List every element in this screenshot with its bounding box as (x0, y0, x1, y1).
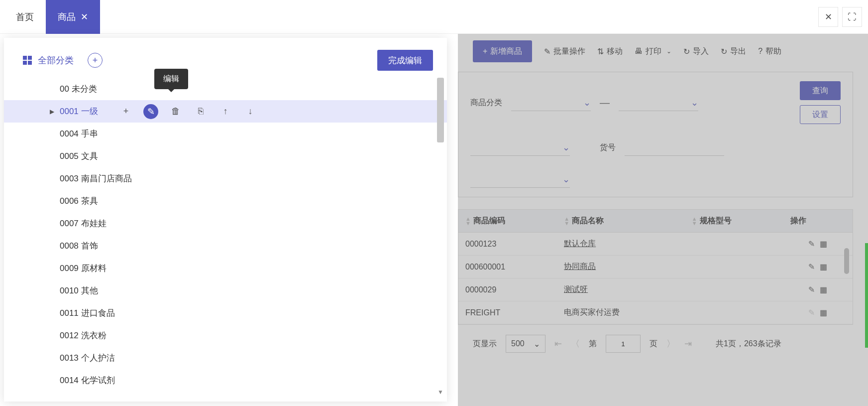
category-item[interactable]: 0013 个人护洁 (4, 347, 447, 369)
cell-spec (685, 278, 783, 301)
print-button[interactable]: 🖶打印⌄ (635, 46, 671, 57)
tab-products-label: 商品 (58, 11, 76, 23)
cell-spec (685, 301, 783, 324)
filter-unknown1: ⌄ (470, 139, 570, 156)
prev-page-button[interactable]: 〈 (571, 338, 580, 350)
product-name-link[interactable]: 协同商品 (564, 262, 596, 271)
tab-home[interactable]: 首页 (4, 0, 46, 34)
expand-icon[interactable]: ▶ (50, 108, 54, 115)
close-button[interactable]: ✕ (818, 7, 838, 27)
col-spec[interactable]: ▲▼规格型号 (685, 210, 783, 233)
category-item[interactable]: 0010 其他 (4, 279, 447, 302)
category-label: 0006 茶具 (60, 195, 98, 207)
category-item[interactable]: 0003 南昌门店商品 (4, 167, 447, 190)
table-row[interactable]: 000600001协同商品✎▦ (458, 256, 853, 278)
table-row[interactable]: 0000123默认仓库✎▦ (458, 233, 853, 256)
category-select[interactable]: ⌄ (511, 94, 591, 111)
import-button[interactable]: ↻导入 (683, 46, 709, 57)
move-down-icon[interactable]: ↓ (243, 104, 258, 119)
row-edit-icon[interactable]: ✎ (808, 285, 815, 294)
sort-icon: ▲▼ (692, 217, 697, 226)
category-item[interactable]: 0009 原材料 (4, 257, 447, 279)
category-item[interactable]: 0006 茶具 (4, 190, 447, 212)
add-category-button[interactable]: + (88, 53, 103, 68)
cell-spec (685, 233, 783, 256)
row-edit-icon: ✎ (808, 308, 815, 317)
category-label: 0004 手串 (60, 128, 98, 139)
query-button[interactable]: 查询 (800, 81, 841, 100)
product-name-link[interactable]: 默认仓库 (564, 239, 596, 248)
move-up-icon[interactable]: ↑ (218, 104, 233, 119)
table-row[interactable]: 0000029测试呀✎▦ (458, 278, 853, 301)
export-label: 导出 (730, 46, 746, 57)
table-scroll-thumb[interactable] (844, 248, 849, 274)
complete-edit-button[interactable]: 完成编辑 (377, 50, 433, 71)
help-button[interactable]: ?帮助 (758, 46, 781, 57)
huohao-input[interactable] (625, 139, 724, 156)
select-1[interactable]: ⌄ (470, 139, 570, 156)
category-label: 0005 文具 (60, 150, 98, 162)
tab-products[interactable]: 商品 ✕ (46, 0, 100, 34)
cell-code: 000600001 (458, 256, 557, 278)
close-icon[interactable]: ✕ (81, 11, 88, 22)
add-child-icon[interactable]: + (118, 104, 133, 119)
category-label: 0009 原材料 (60, 263, 107, 274)
row-more-icon[interactable]: ▦ (820, 240, 827, 248)
tab-home-label: 首页 (16, 11, 34, 23)
category-item[interactable]: 0014 化学试剂 (4, 369, 447, 392)
pagination: 页显示 500⌄ ⇤ 〈 第 页 〉 ⇥ 共1页，263条记录 (458, 325, 868, 363)
filter-category: 商品分类 ⌄ — ⌄ (470, 94, 698, 111)
fullscreen-button[interactable]: ⛶ (842, 7, 862, 27)
category-item[interactable]: 00 未分类 (4, 78, 447, 100)
select-2[interactable]: ⌄ (470, 171, 570, 188)
category-label: 0013 个人护洁 (60, 352, 115, 364)
product-name-link[interactable]: 测试呀 (564, 285, 588, 293)
category-tree: 00 未分类▶0001 一级+✎🗑⎘↑↓0004 手串0005 文具0003 南… (4, 78, 447, 397)
product-table: ▲▼商品编码 ▲▼商品名称 ▲▼规格型号 操作 0000123默认仓库✎▦000… (458, 209, 853, 325)
col-name[interactable]: ▲▼商品名称 (557, 210, 685, 233)
category-item[interactable]: 0004 手串 (4, 123, 447, 145)
per-page-label: 页显示 (473, 339, 497, 349)
category-item[interactable]: 0012 洗衣粉 (4, 324, 447, 347)
table-row[interactable]: FREIGHT电商买家付运费✎▦ (458, 301, 853, 324)
filter-unknown2: ⌄ (470, 171, 841, 188)
window-actions: ✕ ⛶ (818, 7, 862, 27)
first-page-button[interactable]: ⇤ (554, 338, 562, 349)
filter-panel: 商品分类 ⌄ — ⌄ 查询 设置 ⌄ 货号 ⌄ (458, 72, 853, 197)
row-more-icon[interactable]: ▦ (820, 263, 827, 271)
page-size-select[interactable]: 500⌄ (506, 335, 545, 353)
next-page-button[interactable]: 〉 (666, 338, 675, 350)
panel-title[interactable]: 全部分类 (38, 54, 74, 66)
row-edit-icon[interactable]: ✎ (808, 240, 815, 248)
col-code[interactable]: ▲▼商品编码 (458, 210, 557, 233)
category-item[interactable]: 0011 进口食品 (4, 302, 447, 324)
print-icon: 🖶 (635, 47, 643, 56)
row-edit-icon[interactable]: ✎ (808, 263, 815, 271)
add-product-button[interactable]: +新增商品 (473, 40, 532, 62)
category-select-2[interactable]: ⌄ (619, 94, 698, 111)
scrollbar[interactable]: ▼ (437, 78, 444, 397)
chevron-down-icon: ⌄ (534, 339, 540, 349)
plus-icon: + (483, 47, 487, 56)
export-button[interactable]: ↻导出 (721, 46, 746, 57)
row-more-icon[interactable]: ▦ (820, 308, 827, 317)
edit-icon[interactable]: ✎ (143, 104, 158, 119)
batch-label: 批量操作 (553, 46, 585, 57)
category-item[interactable]: ▶0001 一级+✎🗑⎘↑↓ (4, 100, 447, 123)
row-more-icon[interactable]: ▦ (820, 285, 827, 294)
category-item[interactable]: 0007 布娃娃 (4, 212, 447, 235)
page-input[interactable] (606, 335, 641, 353)
archive-icon[interactable]: ⎘ (193, 104, 208, 119)
edit-tooltip: 编辑 (154, 69, 188, 89)
category-item[interactable]: 0005 文具 (4, 145, 447, 167)
page-scroll-indicator[interactable] (865, 243, 868, 348)
category-item[interactable]: 0008 首饰 (4, 235, 447, 257)
delete-icon[interactable]: 🗑 (168, 104, 183, 119)
cell-ops: ✎▦ (783, 278, 853, 301)
scroll-thumb[interactable] (437, 78, 444, 142)
batch-ops-button[interactable]: ✎批量操作 (544, 46, 585, 57)
scroll-down-icon[interactable]: ▼ (437, 389, 443, 396)
move-button[interactable]: ⇅移动 (597, 46, 623, 57)
settings-button[interactable]: 设置 (800, 105, 841, 124)
last-page-button[interactable]: ⇥ (684, 338, 692, 349)
